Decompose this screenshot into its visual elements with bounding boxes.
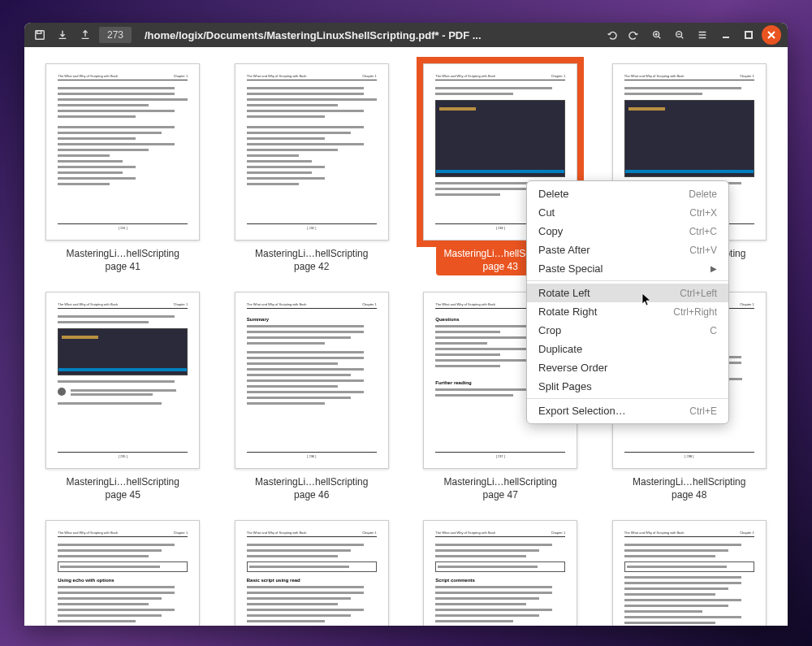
menu-item-label: Crop [538,324,561,336]
menu-item-paste-after[interactable]: Paste AfterCtrl+V [527,241,728,259]
thumbnail-label: MasteringLi…hellScriptingpage 46 [255,474,368,504]
menu-item-label: Delete [538,188,569,200]
page-thumbnail[interactable]: The What and Why of Scripting with BashC… [599,520,780,626]
page-preview: The What and Why of Scripting with BashC… [235,63,389,241]
menu-item-label: Reverse Order [538,362,607,374]
page-thumbnail[interactable]: The What and Why of Scripting with BashC… [222,292,403,504]
shortcut-label: Ctrl+Left [680,288,717,299]
menu-item-label: Split Pages [538,380,592,392]
menu-item-paste-special[interactable]: Paste Special▶ [527,259,728,278]
menu-item-export-selection-[interactable]: Export Selection…Ctrl+E [527,401,728,420]
zoom-out-icon[interactable] [671,26,689,44]
menu-item-label: Paste After [538,244,590,256]
save-icon[interactable] [31,26,49,44]
page-preview: The What and Why of Scripting with BashC… [45,520,200,626]
svg-rect-4 [745,32,752,38]
thumbnail-label: MasteringLi…hellScriptingpage 45 [67,474,179,504]
menu-item-duplicate[interactable]: Duplicate [527,340,728,358]
page-thumbnail[interactable]: The What and Why of Scripting with BashC… [222,63,403,275]
menu-item-label: Copy [538,225,563,237]
thumbnail-label: MasteringLi…hellScriptingpage 41 [67,245,179,275]
menu-separator [527,280,728,281]
menu-item-crop[interactable]: CropC [527,321,728,340]
menu-item-label: Duplicate [538,343,582,355]
shortcut-label: Ctrl+X [689,207,717,219]
shortcut-label: Ctrl+Right [673,306,717,318]
shortcut-label: Ctrl+C [689,226,717,237]
page-thumbnail[interactable]: The What and Why of Scripting with BashC… [32,520,214,626]
page-preview: The What and Why of Scripting with BashC… [235,292,389,469]
titlebar: /home/logix/Documents/MasteringLinuxShel… [24,23,788,47]
zoom-in-icon[interactable] [648,26,666,44]
shortcut-label: Ctrl+V [689,245,717,256]
thumbnail-label: MasteringLi…hellScriptingpage 47 [444,474,557,504]
menu-item-reverse-order[interactable]: Reverse Order [527,358,728,377]
menu-item-cut[interactable]: CutCtrl+X [527,203,728,222]
page-preview: The What and Why of Scripting with BashC… [45,63,200,241]
menu-item-split-pages[interactable]: Split Pages [527,377,728,396]
maximize-button[interactable] [739,25,758,45]
page-preview: The What and Why of Scripting with BashC… [235,520,389,626]
page-preview: The What and Why of Scripting with BashC… [612,520,767,626]
submenu-arrow-icon: ▶ [710,264,717,273]
menu-item-rotate-right[interactable]: Rotate RightCtrl+Right [527,302,728,321]
import-icon[interactable] [54,26,71,44]
menu-separator [527,398,728,399]
menu-item-delete[interactable]: DeleteDelete [527,184,728,203]
menu-item-label: Rotate Right [538,306,597,318]
page-thumbnail[interactable]: The What and Why of Scripting with BashC… [32,292,214,504]
export-icon[interactable] [76,26,94,44]
menu-item-label: Export Selection… [538,405,626,417]
thumbnail-label: MasteringLi…hellScriptingpage 42 [255,245,368,275]
menu-item-label: Rotate Left [538,287,590,299]
undo-icon[interactable] [603,26,620,44]
shortcut-label: Ctrl+E [689,405,717,417]
page-thumbnail[interactable]: The What and Why of Scripting with BashC… [410,520,591,626]
page-thumbnail[interactable]: The What and Why of Scripting with BashC… [222,520,403,626]
page-preview: The What and Why of Scripting with BashC… [423,520,577,626]
window-title: /home/logix/Documents/MasteringLinuxShel… [136,29,598,41]
shortcut-label: Delete [689,189,717,200]
context-menu: DeleteDeleteCutCtrl+XCopyCtrl+CPaste Aft… [526,180,729,424]
page-preview: The What and Why of Scripting with BashC… [45,292,200,469]
menu-item-label: Cut [538,206,555,219]
minimize-button[interactable] [716,25,736,45]
svg-rect-1 [37,31,41,34]
shortcut-label: C [710,325,717,336]
page-number-input[interactable] [99,27,132,43]
menu-item-copy[interactable]: CopyCtrl+C [527,222,728,241]
redo-icon[interactable] [625,26,643,44]
menu-item-rotate-left[interactable]: Rotate LeftCtrl+Left [527,284,728,302]
page-thumbnail[interactable]: The What and Why of Scripting with BashC… [32,63,214,275]
close-button[interactable] [762,25,781,45]
thumbnail-label: MasteringLi…hellScriptingpage 48 [633,474,745,504]
menu-item-label: Paste Special [538,262,603,275]
menu-icon[interactable] [693,26,711,44]
